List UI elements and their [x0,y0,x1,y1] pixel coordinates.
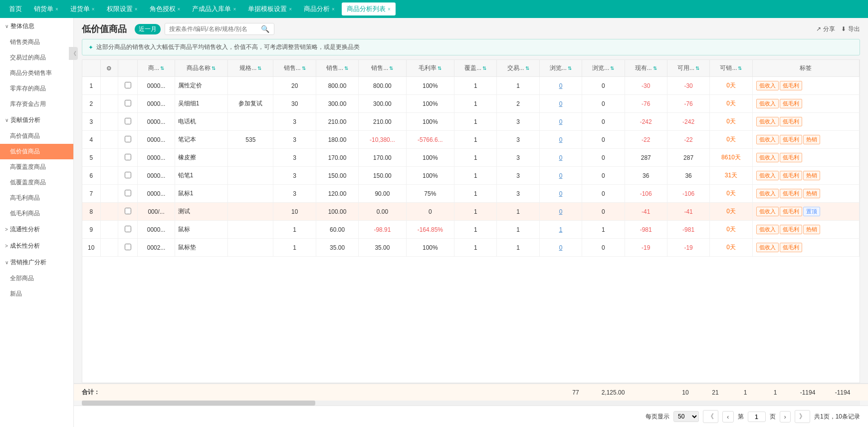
close-icon[interactable]: × [388,6,391,12]
nav-item-产成品入库单[interactable]: 产成品入库单× [187,2,241,15]
row-checkbox[interactable] [125,208,131,214]
row-view1[interactable]: 0 [539,95,582,113]
row-checkbox-cell[interactable] [118,203,138,221]
sidebar-collapse-button[interactable]: 《 [69,47,78,60]
scrollbar-thumb[interactable] [82,401,315,406]
close-icon[interactable]: × [233,6,236,12]
prev-page-button[interactable]: ‹ [722,411,733,423]
view1-link[interactable]: 0 [559,244,563,251]
col-header-2[interactable]: 商...⇅ [138,60,175,77]
nav-item-商品分析[interactable]: 商品分析× [299,2,340,15]
view1-link[interactable]: 0 [559,154,563,161]
row-checkbox[interactable] [125,82,131,88]
last-page-button[interactable]: 》 [795,410,810,423]
sidebar-item-高价值商品[interactable]: 高价值商品 [0,128,73,144]
sidebar-item-低覆盖度商品[interactable]: 低覆盖度商品 [0,175,73,190]
col-header-9[interactable]: 覆盖...⇅ [454,60,497,77]
view1-link[interactable]: 0 [559,172,563,179]
nav-item-商品分析列表[interactable]: 商品分析列表× [342,2,396,15]
row-checkbox[interactable] [125,154,131,160]
close-icon[interactable]: × [55,6,58,12]
sidebar-item-交易过的商品[interactable]: 交易过的商品 [0,50,73,65]
row-view1[interactable]: 0 [539,167,582,185]
col-header-11[interactable]: 浏览...⇅ [539,60,582,77]
view1-link[interactable]: 0 [559,190,563,197]
col-header-15[interactable]: 可销...⇅ [710,60,752,77]
row-checkbox-cell[interactable] [118,113,138,131]
sidebar-item-销售类商品[interactable]: 销售类商品 [0,34,73,50]
sidebar-group-成长性分析[interactable]: >成长性分析 [0,238,73,254]
sidebar-item-零库存的商品[interactable]: 零库存的商品 [0,81,73,96]
row-checkbox[interactable] [125,244,131,250]
page-number-input[interactable] [748,412,766,422]
row-checkbox-cell[interactable] [118,221,138,239]
row-checkbox[interactable] [125,172,131,178]
close-icon[interactable]: × [178,6,181,12]
sidebar-item-全部商品[interactable]: 全部商品 [0,271,73,286]
sidebar-item-高覆盖度商品[interactable]: 高覆盖度商品 [0,159,73,175]
sidebar-item-商品分类销售率[interactable]: 商品分类销售率 [0,65,73,81]
view1-link[interactable]: 0 [559,136,563,143]
row-view1[interactable]: 0 [539,185,582,203]
col-header-14[interactable]: 可用...⇅ [667,60,709,77]
sidebar-group-整体信息[interactable]: ∨整体信息 [0,18,73,34]
nav-item-销货单[interactable]: 销货单× [29,2,63,15]
col-header-3[interactable]: 商品名称⇅ [175,60,227,77]
col-header-8[interactable]: 毛利率⇅ [406,60,454,77]
row-checkbox-cell[interactable] [118,149,138,167]
sidebar-item-高毛利商品[interactable]: 高毛利商品 [0,190,73,206]
row-view1[interactable]: 0 [539,203,582,221]
row-checkbox[interactable] [125,190,131,196]
nav-item-权限设置[interactable]: 权限设置× [102,2,143,15]
row-view1[interactable]: 1 [539,221,582,239]
view1-link[interactable]: 0 [559,118,563,125]
export-button[interactable]: ⬇ 导出 [841,25,860,33]
row-checkbox[interactable] [125,100,131,106]
row-checkbox-cell[interactable] [118,77,138,95]
col-header-7[interactable]: 销售...⇅ [359,60,406,77]
row-view1[interactable]: 0 [539,77,582,95]
sidebar-group-流通性分析[interactable]: >流通性分析 [0,221,73,238]
close-icon[interactable]: × [332,6,335,12]
row-view1[interactable]: 0 [539,131,582,149]
row-checkbox-cell[interactable] [118,131,138,149]
share-button[interactable]: ↗ 分享 [816,25,835,33]
row-view1[interactable]: 0 [539,113,582,131]
sidebar-item-低毛利商品[interactable]: 低毛利商品 [0,206,73,221]
row-checkbox[interactable] [125,136,131,142]
row-view1[interactable]: 0 [539,149,582,167]
row-checkbox-cell[interactable] [118,167,138,185]
col-header-10[interactable]: 交易...⇅ [497,60,539,77]
view1-link[interactable]: 0 [559,100,563,107]
next-page-button[interactable]: › [780,411,791,423]
row-checkbox[interactable] [125,226,131,232]
nav-item-角色授权[interactable]: 角色授权× [145,2,186,15]
search-icon[interactable]: 🔍 [261,25,269,33]
close-icon[interactable]: × [92,6,95,12]
row-checkbox-cell[interactable] [118,239,138,257]
nav-item-单据模板设置[interactable]: 单据模板设置× [243,2,297,15]
sidebar-group-贡献值分析[interactable]: ∨贡献值分析 [0,112,73,128]
view1-link[interactable]: 0 [559,82,563,89]
sidebar-group-营销推广分析[interactable]: ∨营销推广分析 [0,254,73,271]
period-badge[interactable]: 近一月 [135,24,161,34]
sidebar-item-库存资金占用[interactable]: 库存资金占用 [0,96,73,112]
nav-item-进货单[interactable]: 进货单× [65,2,100,15]
close-icon[interactable]: × [289,6,292,12]
col-header-6[interactable]: 销售...⇅ [316,60,358,77]
horizontal-scrollbar[interactable] [82,401,860,406]
col-header-13[interactable]: 现有...⇅ [625,60,667,77]
col-header-5[interactable]: 销售...⇅ [273,60,316,77]
sidebar-item-新品[interactable]: 新品 [0,286,73,302]
col-header-12[interactable]: 浏览...⇅ [582,60,625,77]
row-checkbox-cell[interactable] [118,95,138,113]
sidebar-item-低价值商品[interactable]: 低价值商品 [0,144,73,159]
row-view1[interactable]: 0 [539,239,582,257]
search-input[interactable] [169,25,259,32]
page-size-select[interactable]: 50 100 200 [673,411,699,422]
close-icon[interactable]: × [135,6,138,12]
nav-item-首页[interactable]: 首页 [4,2,27,15]
row-checkbox-cell[interactable] [118,185,138,203]
view1-link[interactable]: 0 [559,208,563,215]
view1-link[interactable]: 1 [559,226,563,233]
